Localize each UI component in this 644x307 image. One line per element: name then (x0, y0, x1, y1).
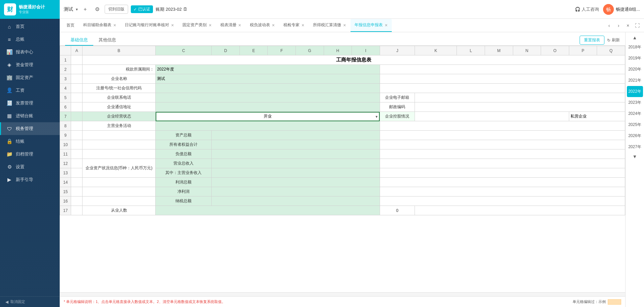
cell-5-c[interactable] (156, 93, 380, 102)
sidebar-item-funds[interactable]: ◈ 资金管理 (0, 58, 60, 71)
cell-10-c[interactable]: 所有者权益合计 (156, 140, 212, 149)
tab-close-all-btn[interactable]: × (624, 21, 632, 30)
cell-15-d[interactable] (212, 187, 380, 196)
topbar-settings-btn[interactable]: ⚙ (93, 5, 102, 14)
cell-5-b[interactable]: 企业联系电话 (82, 93, 155, 102)
tab-close-icon[interactable]: × (113, 23, 116, 28)
cell-2-a[interactable] (71, 65, 82, 74)
tab-income-tax[interactable]: 所得税汇算清缴 × (309, 19, 350, 32)
year-item-2022[interactable]: 2022年 (627, 86, 643, 97)
tab-annual-report[interactable]: 年报信息申报表 × (351, 19, 391, 32)
tab-close-icon[interactable]: × (272, 23, 275, 28)
cell-14-c[interactable]: 利润总额 (156, 178, 212, 187)
tab-tax-wave[interactable]: 税负波动表 × (246, 19, 279, 32)
cell-9-a[interactable] (71, 131, 82, 140)
year-item-2025[interactable]: 2025年 (627, 119, 643, 130)
topbar-user[interactable]: 畅 畅捷通B组... (603, 4, 640, 15)
cell-15-b[interactable] (82, 187, 155, 196)
sidebar-item-close[interactable]: 🔒 结账 (0, 135, 60, 148)
cell-12-j[interactable] (380, 159, 625, 168)
tab-tax-check[interactable]: 税检专家 × (279, 19, 308, 32)
cell-9-b[interactable] (82, 131, 155, 140)
tab-home[interactable]: 首页 (62, 20, 78, 30)
cell-6-a[interactable] (71, 102, 82, 112)
tab-close-icon[interactable]: × (209, 23, 211, 28)
cell-12-b[interactable]: 企业资产状况信息(币种：人民币万元) (82, 159, 155, 178)
year-up-btn[interactable]: ▲ (630, 34, 640, 42)
year-down-btn[interactable]: ▼ (630, 152, 640, 161)
cell-16-c[interactable]: 纳税总额 (156, 196, 212, 206)
sidebar-item-assets[interactable]: 🏢 固定资产 (0, 71, 60, 84)
cell-4-a[interactable] (71, 84, 82, 93)
cell-14-a[interactable] (71, 178, 82, 187)
cell-6-b[interactable]: 企业通信地址 (82, 102, 155, 112)
cell-1-a[interactable] (71, 55, 82, 65)
tab-prev-btn[interactable]: ‹ (605, 21, 613, 30)
cell-12-a[interactable] (71, 159, 82, 168)
topbar-support-btn[interactable]: 🎧 人工咨询 (575, 6, 599, 12)
cell-6-c[interactable] (156, 102, 380, 112)
cell-5-a[interactable] (71, 93, 82, 102)
cell-12-c[interactable]: 营业总收入 (156, 159, 212, 168)
cell-17-j[interactable]: 0 (380, 206, 415, 215)
sidebar-item-ledger[interactable]: ≡ 总账 (0, 33, 60, 46)
cell-16-d[interactable] (212, 196, 380, 206)
cell-7-a[interactable] (71, 112, 82, 121)
cell-9-j[interactable] (380, 131, 625, 140)
cell-4-b[interactable]: 注册号/统一社会信用代码 (82, 84, 155, 93)
tab-aux-balance[interactable]: 科目辅助余额表 × (79, 19, 120, 32)
inner-tab-basic[interactable]: 基础信息 (65, 35, 93, 46)
cell-11-c[interactable]: 负债总额 (156, 149, 212, 159)
refresh-btn[interactable]: ↻ 刷新 (607, 37, 620, 43)
cell-10-a[interactable] (71, 140, 82, 149)
year-item-2027[interactable]: 2027年 (627, 141, 643, 152)
cell-16-a[interactable] (71, 196, 82, 206)
sidebar-item-settings[interactable]: ⚙ 设置 (0, 161, 60, 173)
cell-14-j[interactable] (380, 178, 625, 187)
cell-13-c[interactable]: 其中：主营业务收入 (156, 168, 212, 178)
sidebar-item-guide[interactable]: ▶ 新手引导 (0, 173, 60, 186)
cell-7-b[interactable]: 企业经营状态 (82, 112, 155, 121)
tab-close-icon[interactable]: × (238, 23, 241, 28)
topbar-old-version-btn[interactable]: 切到旧版 (105, 5, 128, 14)
cell-4-c[interactable] (156, 84, 380, 93)
tab-close-icon[interactable]: × (385, 23, 387, 28)
sidebar-item-payroll[interactable]: 👤 工资 (0, 84, 60, 97)
cell-8-c[interactable] (156, 121, 380, 131)
cell-14-b[interactable] (82, 178, 155, 187)
tab-close-icon[interactable]: × (171, 23, 174, 28)
cell-3-a[interactable] (71, 74, 82, 84)
cell-3-j[interactable] (380, 74, 625, 84)
cell-4-j[interactable] (380, 84, 625, 93)
cell-7-k[interactable] (415, 112, 569, 121)
cell-6-k[interactable] (415, 102, 625, 112)
sidebar-item-invoice[interactable]: 🧾 发票管理 (0, 97, 60, 109)
tab-expand-btn[interactable]: ⛶ (633, 21, 641, 30)
cell-2-b[interactable]: 税款所属期间： (82, 65, 155, 74)
cell-5-k[interactable] (415, 93, 625, 102)
tab-close-icon[interactable]: × (343, 23, 346, 28)
cell-16-b[interactable] (82, 196, 155, 206)
cell-7-p[interactable]: 私营企业 (569, 112, 625, 121)
calendar-icon[interactable]: 🗓 (183, 7, 187, 12)
year-item-2019[interactable]: 2019年 (627, 53, 643, 64)
cell-2-c[interactable]: 2022年度 (156, 65, 380, 74)
cell-8-b[interactable]: 主营业务活动 (82, 121, 155, 131)
cell-17-c[interactable] (156, 206, 380, 215)
tab-close-icon[interactable]: × (302, 23, 304, 28)
topbar-dropdown-btn[interactable]: ▾ (76, 7, 78, 12)
cell-11-a[interactable] (71, 149, 82, 159)
cell-12-d[interactable] (212, 159, 380, 168)
cell-17-b[interactable]: 从业人数 (82, 206, 155, 215)
cell-9-d[interactable] (212, 131, 380, 140)
tab-next-btn[interactable]: › (614, 21, 623, 30)
year-item-2020[interactable]: 2020年 (627, 64, 643, 75)
inner-tab-other[interactable]: 其他信息 (93, 35, 121, 46)
cell-10-j[interactable] (380, 140, 625, 149)
cell-7-c[interactable]: 开业 ▼ (156, 112, 380, 121)
cell-2-j[interactable] (380, 65, 625, 74)
cell-14-d[interactable] (212, 178, 380, 187)
cell-15-c[interactable]: 净利润 (156, 187, 212, 196)
sidebar-item-stock[interactable]: ▦ 进销台账 (0, 109, 60, 122)
year-item-2018[interactable]: 2018年 (627, 42, 643, 53)
